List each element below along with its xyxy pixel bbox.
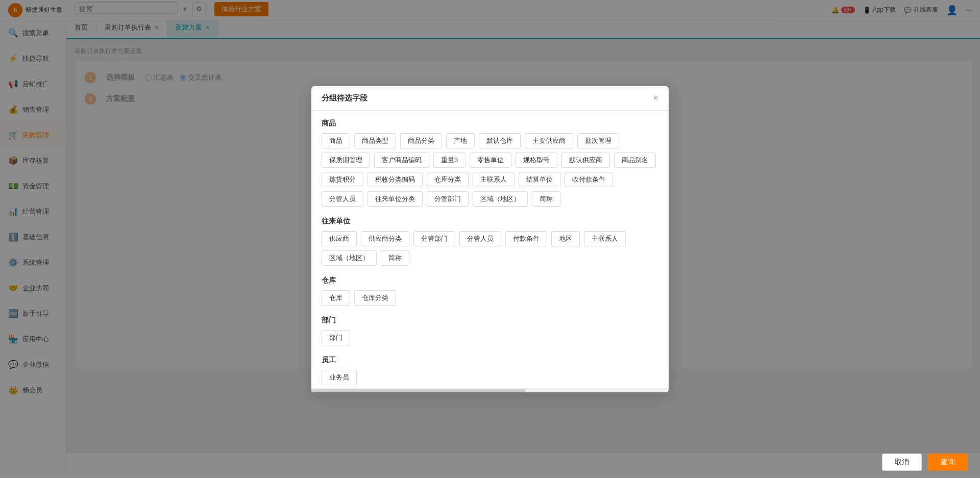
field-tag-product-alias[interactable]: 商品别名 bbox=[614, 153, 656, 168]
section-warehouse-title: 仓库 bbox=[322, 276, 658, 285]
field-tag-short-name2[interactable]: 简称 bbox=[381, 250, 409, 266]
modal-body: 商品 商品 商品类型 商品分类 产地 默认仓库 主要供应商 批次管理 保质期管理… bbox=[311, 111, 669, 388]
field-tag-product-category[interactable]: 商品分类 bbox=[400, 133, 442, 148]
field-tag-supervising-dept[interactable]: 分管部门 bbox=[427, 191, 469, 207]
field-tag-supervising-person[interactable]: 分管人员 bbox=[322, 191, 363, 207]
section-employee: 员工 业务员 bbox=[322, 356, 658, 385]
section-warehouse: 仓库 仓库 仓库分类 bbox=[322, 276, 658, 306]
section-department: 部门 部门 bbox=[322, 316, 658, 345]
field-tag-partner-category[interactable]: 往来单位分类 bbox=[368, 191, 423, 207]
field-tag-product[interactable]: 商品 bbox=[322, 133, 350, 148]
field-tag-points[interactable]: 炼货积分 bbox=[322, 172, 363, 187]
field-tag-region[interactable]: 区域（地区） bbox=[473, 191, 528, 207]
field-tag-salesperson[interactable]: 业务员 bbox=[322, 370, 357, 385]
field-tag-partner-dept[interactable]: 分管部门 bbox=[413, 231, 455, 246]
section-warehouse-tags: 仓库 仓库分类 bbox=[322, 290, 658, 306]
section-employee-tags: 业务员 bbox=[322, 370, 658, 385]
field-tag-tax-code[interactable]: 税收分类编码 bbox=[368, 172, 423, 187]
field-tag-weight[interactable]: 重量3 bbox=[433, 153, 465, 168]
field-select-modal: 分组待选字段 × 商品 商品 商品类型 商品分类 产地 默认仓库 主要供应商 批… bbox=[311, 86, 669, 392]
field-tag-warehouse-category[interactable]: 仓库分类 bbox=[427, 172, 469, 187]
section-product-title: 商品 bbox=[322, 119, 658, 128]
field-tag-payment-cond[interactable]: 付款条件 bbox=[505, 231, 547, 246]
page-footer-buttons: 取消 查询 bbox=[870, 446, 980, 478]
field-tag-main-supplier[interactable]: 主要供应商 bbox=[525, 133, 573, 148]
modal-title: 分组待选字段 bbox=[322, 93, 368, 103]
field-tag-expiry-mgmt[interactable]: 保质期管理 bbox=[322, 153, 370, 168]
field-tag-payment-terms[interactable]: 收付款条件 bbox=[565, 172, 613, 187]
field-tag-short-name[interactable]: 简称 bbox=[532, 191, 560, 207]
modal-header: 分组待选字段 × bbox=[311, 86, 669, 111]
field-tag-spec-model[interactable]: 规格型号 bbox=[516, 153, 557, 168]
section-partner-tags: 供应商 供应商分类 分管部门 分管人员 付款条件 地区 主联系人 区域（地区） … bbox=[322, 231, 658, 266]
field-tag-supplier[interactable]: 供应商 bbox=[322, 231, 357, 246]
section-product-tags: 商品 商品类型 商品分类 产地 默认仓库 主要供应商 批次管理 保质期管理 客户… bbox=[322, 133, 658, 207]
field-tag-partner-person[interactable]: 分管人员 bbox=[459, 231, 501, 246]
section-partner-title: 往来单位 bbox=[322, 217, 658, 226]
section-partner: 往来单位 供应商 供应商分类 分管部门 分管人员 付款条件 地区 主联系人 区域… bbox=[322, 217, 658, 266]
section-employee-title: 员工 bbox=[322, 356, 658, 365]
field-tag-main-contact2[interactable]: 主联系人 bbox=[584, 231, 626, 246]
modal-close-button[interactable]: × bbox=[653, 93, 658, 103]
section-department-title: 部门 bbox=[322, 316, 658, 325]
field-tag-product-type[interactable]: 商品类型 bbox=[354, 133, 396, 148]
field-tag-region2[interactable]: 区域（地区） bbox=[322, 250, 377, 266]
field-tag-batch-mgmt[interactable]: 批次管理 bbox=[577, 133, 619, 148]
field-tag-origin[interactable]: 产地 bbox=[446, 133, 475, 148]
section-product: 商品 商品 商品类型 商品分类 产地 默认仓库 主要供应商 批次管理 保质期管理… bbox=[322, 119, 658, 207]
cancel-button[interactable]: 取消 bbox=[882, 454, 922, 471]
confirm-button[interactable]: 查询 bbox=[928, 454, 968, 471]
field-tag-warehouse[interactable]: 仓库 bbox=[322, 290, 350, 306]
modal-horizontal-scrollbar[interactable] bbox=[311, 388, 669, 392]
field-tag-retail-unit[interactable]: 零售单位 bbox=[470, 153, 511, 168]
field-tag-settlement-unit[interactable]: 结算单位 bbox=[519, 172, 560, 187]
field-tag-dept[interactable]: 部门 bbox=[322, 330, 350, 345]
field-tag-default-supplier[interactable]: 默认供应商 bbox=[561, 153, 610, 168]
field-tag-area[interactable]: 地区 bbox=[551, 231, 580, 246]
field-tag-supplier-category[interactable]: 供应商分类 bbox=[361, 231, 409, 246]
field-tag-customer-code[interactable]: 客户商品编码 bbox=[374, 153, 429, 168]
field-tag-main-contact[interactable]: 主联系人 bbox=[473, 172, 514, 187]
field-tag-warehouse-cat[interactable]: 仓库分类 bbox=[354, 290, 396, 306]
section-department-tags: 部门 bbox=[322, 330, 658, 345]
modal-overlay: 分组待选字段 × 商品 商品 商品类型 商品分类 产地 默认仓库 主要供应商 批… bbox=[0, 0, 980, 478]
scrollbar-thumb bbox=[311, 389, 526, 392]
field-tag-default-warehouse[interactable]: 默认仓库 bbox=[479, 133, 521, 148]
